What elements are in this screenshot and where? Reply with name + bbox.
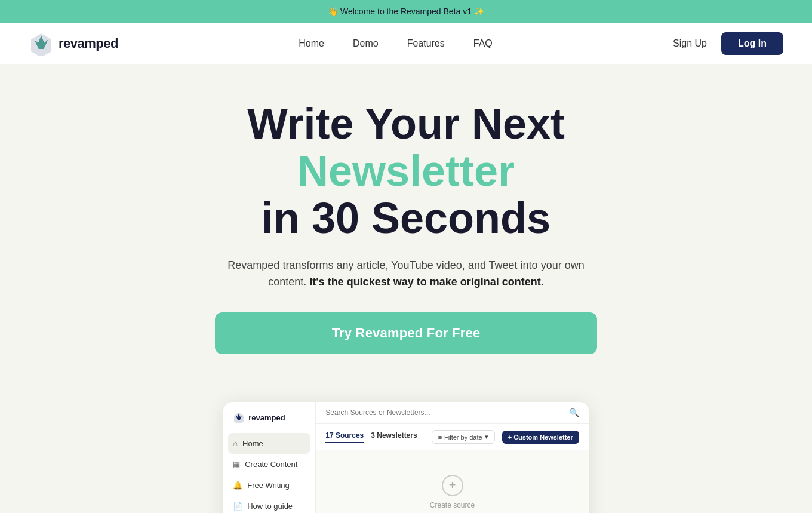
tab-newsletters[interactable]: 3 Newsletters bbox=[371, 431, 417, 443]
cta-button[interactable]: Try Revamped For Free bbox=[215, 312, 597, 354]
preview-toolbar: 17 Sources 3 Newsletters ≡ Filter by dat… bbox=[316, 424, 589, 450]
search-icon: 🔍 bbox=[569, 408, 579, 417]
sidebar-item-home[interactable]: ⌂ Home bbox=[228, 433, 310, 454]
nav-demo[interactable]: Demo bbox=[353, 38, 379, 49]
create-source-circle[interactable]: + bbox=[442, 475, 463, 496]
filter-button[interactable]: ≡ Filter by date ▾ bbox=[432, 430, 495, 444]
logo-text: revamped bbox=[59, 36, 118, 51]
log-in-button[interactable]: Log In bbox=[721, 32, 783, 55]
preview-search-bar: 🔍 bbox=[316, 402, 589, 424]
preview-main: 🔍 17 Sources 3 Newsletters ≡ Filter by d… bbox=[316, 402, 589, 513]
nav-home[interactable]: Home bbox=[299, 38, 324, 49]
banner-text: 👋 Welcome to the Revamped Beta v1 ✨ bbox=[328, 7, 484, 16]
preview-search-input[interactable] bbox=[325, 408, 564, 417]
sidebar-item-free-writing-label: Free Writing bbox=[247, 481, 290, 490]
top-banner: 👋 Welcome to the Revamped Beta v1 ✨ bbox=[0, 0, 812, 23]
sidebar-item-home-label: Home bbox=[242, 439, 263, 448]
chevron-down-icon: ▾ bbox=[485, 433, 488, 441]
sidebar-logo: revamped bbox=[223, 411, 315, 433]
sidebar-item-how-to-label: How to guide bbox=[247, 502, 293, 511]
hero-title: Write Your Next Newsletter in 30 Seconds bbox=[12, 100, 800, 242]
sidebar-item-create[interactable]: ▦ Create Content bbox=[223, 454, 315, 475]
navigation: revamped Home Demo Features FAQ Sign Up … bbox=[0, 23, 812, 64]
sidebar-logo-icon bbox=[233, 411, 245, 423]
nav-links: Home Demo Features FAQ bbox=[299, 38, 493, 49]
nav-features[interactable]: Features bbox=[407, 38, 445, 49]
hero-title-line2: in 30 Seconds bbox=[262, 194, 550, 242]
tab-sources[interactable]: 17 Sources bbox=[325, 431, 364, 443]
home-icon: ⌂ bbox=[233, 439, 238, 448]
hero-title-highlight: Newsletter bbox=[297, 147, 515, 195]
hero-subtitle: Revamped transforms any article, YouTube… bbox=[215, 257, 597, 291]
guide-icon: 📄 bbox=[233, 502, 242, 511]
app-preview: revamped ⌂ Home ▦ Create Content 🔔 Free … bbox=[223, 402, 589, 513]
preview-sidebar: revamped ⌂ Home ▦ Create Content 🔔 Free … bbox=[223, 402, 316, 513]
logo-icon bbox=[29, 31, 54, 56]
filter-icon: ≡ bbox=[438, 434, 442, 441]
logo[interactable]: revamped bbox=[29, 31, 118, 56]
hero-title-line1: Write Your Next bbox=[247, 100, 565, 148]
hero-section: Write Your Next Newsletter in 30 Seconds… bbox=[0, 64, 812, 378]
hero-subtitle-bold: It's the quickest way to make original c… bbox=[309, 276, 543, 288]
sidebar-item-free-writing[interactable]: 🔔 Free Writing bbox=[223, 475, 315, 496]
nav-faq[interactable]: FAQ bbox=[473, 38, 493, 49]
create-source-label: Create source bbox=[430, 501, 475, 509]
custom-newsletter-button[interactable]: + Custom Newsletter bbox=[502, 431, 579, 444]
nav-actions: Sign Up Log In bbox=[673, 32, 783, 55]
sidebar-item-how-to[interactable]: 📄 How to guide bbox=[223, 496, 315, 513]
preview-content: + Create source bbox=[316, 450, 589, 513]
writing-icon: 🔔 bbox=[233, 481, 242, 490]
sign-up-link[interactable]: Sign Up bbox=[673, 38, 707, 49]
filter-label: Filter by date bbox=[444, 434, 482, 441]
sidebar-logo-text: revamped bbox=[248, 413, 285, 422]
sidebar-item-create-label: Create Content bbox=[245, 460, 297, 469]
create-icon: ▦ bbox=[233, 460, 240, 469]
